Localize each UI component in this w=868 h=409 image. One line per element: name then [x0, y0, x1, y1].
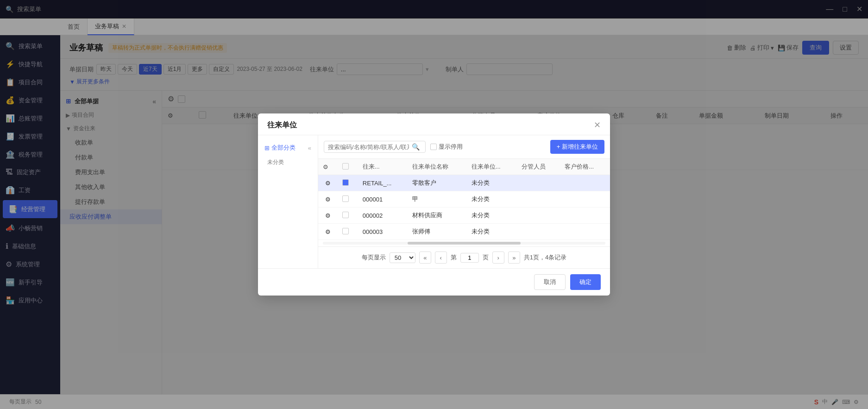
add-partner-button[interactable]: + 新增往来单位	[550, 140, 604, 154]
modal-sidebar-all-label: 全部分类	[271, 144, 296, 152]
last-page-button[interactable]: »	[508, 252, 520, 264]
modal-body: ⊞ 全部分类 « 未分类 🔍	[258, 135, 610, 268]
row-4-category: 未分类	[467, 224, 517, 240]
page-size-select[interactable]: 10 20 50 100	[390, 252, 415, 263]
row-2-salesperson	[517, 191, 560, 208]
table-row[interactable]: ⚙ 000003 张师傅 未分类	[318, 224, 610, 240]
row-2-category: 未分类	[467, 191, 517, 208]
modal-sidebar-collapse-icon[interactable]: «	[308, 145, 311, 151]
row-1-checkbox[interactable]	[338, 175, 358, 191]
modal-dialog: 往来单位 ✕ ⊞ 全部分类 « 未分类	[258, 113, 610, 296]
show-disabled-checkbox[interactable]	[430, 144, 437, 150]
first-page-button[interactable]: «	[419, 252, 431, 264]
page-suffix: 页	[483, 253, 489, 262]
row-2-settings[interactable]: ⚙	[318, 191, 338, 208]
row-3-code: 000002	[358, 208, 408, 224]
row-3-checkbox[interactable]	[338, 208, 358, 224]
modal-col-price[interactable]: 客户价格...	[560, 159, 610, 175]
table-row[interactable]: ⚙ 000001 甲 未分类	[318, 191, 610, 208]
modal-sidebar: ⊞ 全部分类 « 未分类	[258, 135, 318, 268]
row-2-price	[560, 191, 610, 208]
prev-page-button[interactable]: ‹	[435, 252, 447, 264]
row-3-salesperson	[517, 208, 560, 224]
row-3-category: 未分类	[467, 208, 517, 224]
row-2-code: 000001	[358, 191, 408, 208]
show-disabled-option[interactable]: 显示停用	[430, 143, 463, 151]
row-4-name: 张师傅	[408, 224, 466, 240]
modal-toolbar: 🔍 显示停用 + 新增往来单位	[318, 135, 610, 159]
modal-overlay: 往来单位 ✕ ⊞ 全部分类 « 未分类	[0, 0, 868, 409]
modal-close-button[interactable]: ✕	[594, 120, 601, 130]
row-4-price	[560, 224, 610, 240]
row-2-name: 甲	[408, 191, 466, 208]
modal-col-code[interactable]: 往来...	[358, 159, 408, 175]
show-disabled-label: 显示停用	[439, 143, 463, 151]
row-1-code: RETAIL_...	[358, 175, 408, 191]
page-number-input[interactable]	[460, 253, 479, 263]
modal-sidebar-all[interactable]: ⊞ 全部分类 «	[258, 140, 318, 156]
modal-footer: 取消 确定	[258, 268, 610, 296]
cancel-button[interactable]: 取消	[534, 274, 566, 290]
page-size-label: 每页显示	[362, 253, 386, 262]
total-info: 共1页，4条记录	[524, 253, 566, 262]
modal-sidebar-unclassified-label: 未分类	[267, 159, 284, 165]
modal-col-salesperson[interactable]: 分管人员	[517, 159, 560, 175]
row-1-category: 未分类	[467, 175, 517, 191]
modal-content: 🔍 显示停用 + 新增往来单位 ⚙	[318, 135, 610, 268]
modal-sidebar-unclassified[interactable]: 未分类	[258, 156, 318, 169]
row-4-code: 000003	[358, 224, 408, 240]
modal-title: 往来单位	[267, 120, 297, 130]
modal-col-checkbox[interactable]	[338, 159, 358, 175]
row-3-settings[interactable]: ⚙	[318, 208, 338, 224]
grid-icon-modal: ⊞	[264, 145, 270, 151]
table-row[interactable]: ⚙ 000002 材料供应商 未分类	[318, 208, 610, 224]
row-3-name: 材料供应商	[408, 208, 466, 224]
row-1-salesperson	[517, 175, 560, 191]
row-1-price	[560, 175, 610, 191]
modal-scrollbar[interactable]	[323, 242, 605, 245]
modal-search-box: 🔍	[324, 141, 426, 153]
row-2-checkbox[interactable]	[338, 191, 358, 208]
row-3-price	[560, 208, 610, 224]
row-4-salesperson	[517, 224, 560, 240]
modal-table-wrap: ⚙ 往来... 往来单位名称 往来单位... 分管人员 客户价格...	[318, 159, 610, 240]
modal-pagination: 每页显示 10 20 50 100 « ‹ 第 页 › »	[318, 246, 610, 268]
modal-table: ⚙ 往来... 往来单位名称 往来单位... 分管人员 客户价格...	[318, 159, 610, 240]
row-4-checkbox[interactable]	[338, 224, 358, 240]
modal-scrollbar-thumb[interactable]	[408, 242, 521, 245]
next-page-button[interactable]: ›	[492, 252, 504, 264]
modal-header: 往来单位 ✕	[258, 113, 610, 135]
modal-search-input[interactable]	[328, 144, 409, 151]
row-1-settings[interactable]: ⚙	[318, 175, 338, 191]
confirm-button[interactable]: 确定	[570, 274, 601, 290]
row-4-settings[interactable]: ⚙	[318, 224, 338, 240]
search-icon-modal: 🔍	[412, 143, 420, 151]
table-row[interactable]: ⚙ RETAIL_... 零散客户 未分类	[318, 175, 610, 191]
row-1-name: 零散客户	[408, 175, 466, 191]
page-word: 第	[451, 253, 457, 262]
modal-col-settings[interactable]: ⚙	[318, 159, 338, 175]
modal-col-name[interactable]: 往来单位名称	[408, 159, 466, 175]
modal-col-category[interactable]: 往来单位...	[467, 159, 517, 175]
